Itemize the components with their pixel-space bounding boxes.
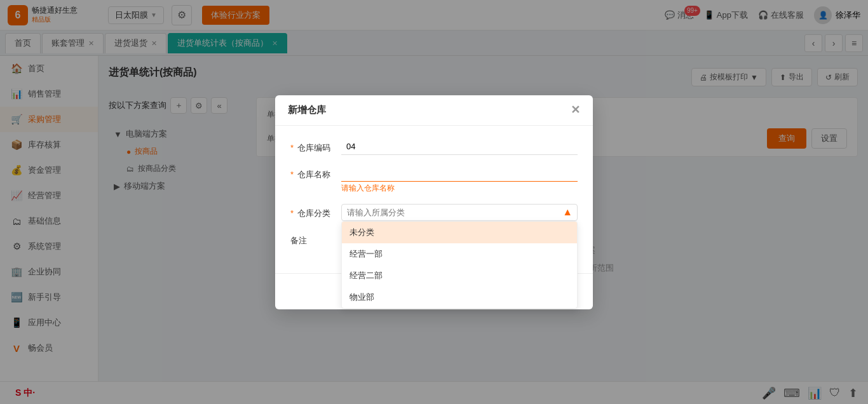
note-label: 备注 bbox=[290, 231, 341, 246]
dropdown-item-dept2[interactable]: 经营二部 bbox=[342, 265, 577, 286]
category-input[interactable] bbox=[341, 204, 578, 221]
code-input[interactable] bbox=[341, 138, 578, 155]
category-label: * 仓库分类 bbox=[290, 204, 341, 219]
name-label: * 仓库名称 bbox=[290, 165, 341, 180]
dialog-title: 新增仓库 bbox=[288, 104, 326, 116]
code-row: * 仓库编码 bbox=[290, 138, 578, 155]
dropdown-item-dept1[interactable]: 经营一部 bbox=[342, 243, 577, 265]
dropdown-item-dept3[interactable]: 物业部 bbox=[342, 286, 577, 308]
category-toggle-icon[interactable]: ▲ bbox=[562, 206, 573, 218]
category-row: * 仓库分类 ▲ 未分类 经营一部 经营二部 物业部 bbox=[290, 204, 578, 221]
name-input[interactable] bbox=[341, 165, 578, 182]
name-row: * 仓库名称 请输入仓库名称 bbox=[290, 165, 578, 194]
dialog-overlay: 新增仓库 ✕ * 仓库编码 * 仓库名称 bbox=[0, 0, 868, 404]
new-warehouse-dialog: 新增仓库 ✕ * 仓库编码 * 仓库名称 bbox=[275, 95, 593, 309]
dialog-header: 新增仓库 ✕ bbox=[275, 95, 593, 126]
name-error-msg: 请输入仓库名称 bbox=[341, 183, 578, 194]
dialog-body: * 仓库编码 * 仓库名称 请输入仓库名称 bbox=[275, 126, 593, 273]
dialog-close-button[interactable]: ✕ bbox=[571, 104, 580, 116]
code-label: * 仓库编码 bbox=[290, 138, 341, 154]
dropdown-item-uncategorized[interactable]: 未分类 bbox=[342, 222, 577, 243]
category-dropdown: 未分类 经营一部 经营二部 物业部 bbox=[341, 221, 578, 309]
category-input-wrap: ▲ 未分类 经营一部 经营二部 物业部 bbox=[341, 204, 578, 221]
